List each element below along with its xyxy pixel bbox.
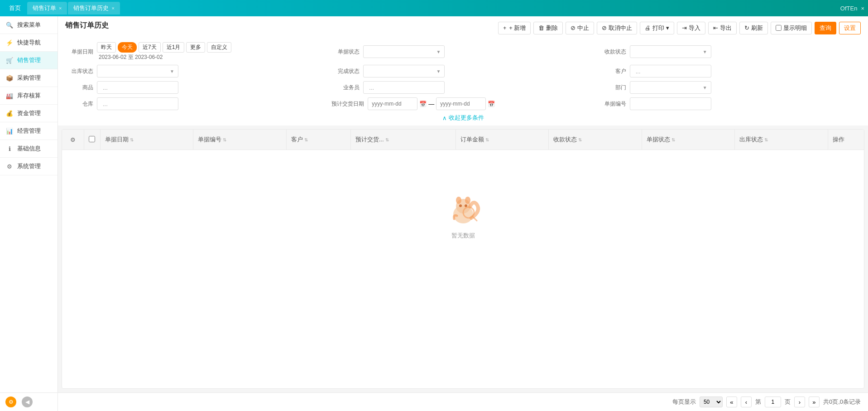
export-button[interactable]: ⇤ 导出 <box>708 22 737 34</box>
th-payment-status[interactable]: 收款状态 ⇅ <box>549 130 642 150</box>
tab-sales-order-history-close[interactable]: × <box>111 5 114 11</box>
th-bill-no[interactable]: 单据编号 ⇅ <box>193 130 286 150</box>
sidebar-item-search-label: 搜索菜单 <box>17 21 41 29</box>
th-delivery-status[interactable]: 出库状态 ⇅ <box>734 130 828 150</box>
expected-delivery-from[interactable] <box>368 97 417 110</box>
sidebar-gear-icon[interactable]: ⚙ <box>5 396 16 407</box>
empty-text: 暂无数据 <box>451 232 475 240</box>
last-page-button[interactable]: » <box>809 396 820 407</box>
date-btn-custom[interactable]: 自定义 <box>207 42 231 53</box>
query-label: 查询 <box>820 24 831 32</box>
sidebar-item-search-menu[interactable]: 🔍 搜索菜单 <box>0 16 58 34</box>
bill-status-select[interactable]: ▼ <box>363 45 445 58</box>
prev-page-button[interactable]: ‹ <box>741 396 752 407</box>
th-customer[interactable]: 客户 ⇅ <box>286 130 350 150</box>
sidebar-item-inventory[interactable]: 🏭 库存核算 <box>0 87 58 105</box>
product-input[interactable]: ... <box>97 81 178 94</box>
salesperson-ellipsis[interactable]: ... <box>367 84 376 91</box>
refresh-button[interactable]: ↻ 刷新 <box>739 22 768 34</box>
department-select[interactable]: ▼ <box>630 81 711 94</box>
sidebar-item-sales-mgmt-label: 销售管理 <box>17 56 41 64</box>
empty-state-cell: 暂无数据 <box>62 150 864 276</box>
first-page-button[interactable]: « <box>726 396 737 407</box>
sidebar-item-sales-mgmt[interactable]: 🛒 销售管理 <box>0 52 58 69</box>
empty-state: 暂无数据 <box>62 150 864 276</box>
th-order-amount[interactable]: 订单金额 ⇅ <box>456 130 548 150</box>
cancel-stop-button[interactable]: ⊘ 取消中止 <box>597 22 637 34</box>
tab-sales-order-close[interactable]: × <box>59 5 62 11</box>
column-settings-icon[interactable]: ⚙ <box>67 133 79 146</box>
th-order-amount-label: 订单金额 <box>460 135 484 144</box>
filter-row-4: 仓库 ... 预计交货日期 📅 — 📅 单据编号 <box>65 97 861 110</box>
completion-status-select[interactable]: ▼ <box>363 65 445 77</box>
calendar-from-icon[interactable]: 📅 <box>419 101 427 107</box>
date-btn-7days[interactable]: 近7天 <box>139 42 161 53</box>
customer-ellipsis[interactable]: ... <box>634 68 643 75</box>
select-all-checkbox[interactable] <box>89 136 95 142</box>
date-btn-1month[interactable]: 近1月 <box>163 42 185 53</box>
print-button[interactable]: 🖨 打印 ▾ <box>640 22 674 34</box>
date-btn-more[interactable]: 更多 <box>186 42 205 53</box>
filter-row-3: 商品 ... 业务员 ... 部门 ▼ <box>65 81 861 94</box>
bill-no-input[interactable] <box>630 97 711 110</box>
stop-button[interactable]: ⊘ 中止 <box>566 22 594 34</box>
sidebar-bottom: ⚙ ◀ <box>0 392 58 411</box>
query-button[interactable]: 查询 <box>815 22 836 34</box>
filter-salesperson: 业务员 ... <box>331 81 594 94</box>
th-bill-date[interactable]: 单据日期 ⇅ <box>101 130 193 150</box>
date-btn-today[interactable]: 今天 <box>118 42 137 53</box>
warehouse-input[interactable]: ... <box>97 97 178 110</box>
delete-button[interactable]: 🗑 删除 <box>533 22 563 34</box>
table-body: 暂无数据 <box>62 150 864 276</box>
filter-product: 商品 ... <box>65 81 328 94</box>
page-number-input[interactable] <box>765 396 781 407</box>
customer-sort-icon: ⇅ <box>304 137 308 142</box>
setting-button[interactable]: 设置 <box>839 22 861 34</box>
home-label: 首页 <box>9 4 21 12</box>
import-button[interactable]: ⇥ 导入 <box>677 22 705 34</box>
completion-status-chevron: ▼ <box>436 69 441 74</box>
delivery-status-select[interactable]: ▼ <box>97 65 178 77</box>
delivery-status-sort-icon: ⇅ <box>764 137 768 142</box>
sidebar-item-finance[interactable]: 💰 资金管理 <box>0 105 58 122</box>
empty-illustration <box>441 186 486 232</box>
stop-icon: ⊘ <box>571 24 575 31</box>
often-label[interactable]: OfTEn <box>840 5 858 12</box>
th-expected-delivery-label: 预计交货... <box>355 135 384 144</box>
next-page-icon: › <box>799 399 801 406</box>
sidebar-item-operations[interactable]: 📊 经营管理 <box>0 122 58 140</box>
payment-status-select[interactable]: ▼ <box>630 45 711 58</box>
window-close-icon[interactable]: × <box>861 5 864 12</box>
th-bill-status[interactable]: 单据状态 ⇅ <box>642 130 734 150</box>
show-detail-checkbox[interactable] <box>776 25 782 31</box>
page-size-select[interactable]: 50 10 20 100 <box>700 396 723 407</box>
add-button[interactable]: + + 新增 <box>498 22 531 34</box>
sidebar-item-basic-info[interactable]: ℹ 基础信息 <box>0 140 58 158</box>
calendar-to-icon[interactable]: 📅 <box>488 101 495 107</box>
sidebar-item-purchase-mgmt[interactable]: 📦 采购管理 <box>0 69 58 87</box>
sidebar-item-quick-nav[interactable]: ⚡ 快捷导航 <box>0 34 58 52</box>
salesperson-label: 业务员 <box>331 84 363 92</box>
tab-sales-order-history[interactable]: 销售订单历史 × <box>68 2 120 15</box>
department-label: 部门 <box>598 84 630 92</box>
collapse-bar[interactable]: ∧ 收起更多条件 <box>65 112 861 124</box>
expected-delivery-to[interactable] <box>436 97 486 110</box>
date-btn-yesterday[interactable]: 昨天 <box>97 42 116 53</box>
next-page-button[interactable]: › <box>794 396 805 407</box>
payment-status-label: 收款状态 <box>598 48 630 56</box>
tab-home[interactable]: 首页 <box>4 2 26 15</box>
sidebar-item-system[interactable]: ⚙ 系统管理 <box>0 158 58 175</box>
customer-input[interactable]: ... <box>630 65 711 77</box>
show-detail-checkbox-label[interactable]: 显示明细 <box>771 22 812 34</box>
sidebar: 🔍 搜索菜单 ⚡ 快捷导航 🛒 销售管理 📦 采购管理 🏭 库存核算 💰 资金管… <box>0 16 58 411</box>
sidebar-expand-icon[interactable]: ◀ <box>22 396 33 407</box>
payment-status-sort-icon: ⇅ <box>578 137 582 142</box>
warehouse-ellipsis[interactable]: ... <box>101 101 110 107</box>
tab-sales-order[interactable]: 销售订单 × <box>27 2 67 15</box>
product-ellipsis[interactable]: ... <box>101 84 110 91</box>
salesperson-input[interactable]: ... <box>363 81 445 94</box>
th-expected-delivery[interactable]: 预计交货... ⇅ <box>350 130 456 150</box>
bill-status-label: 单据状态 <box>331 48 363 56</box>
bill-date-sort-icon: ⇅ <box>130 137 134 142</box>
box-icon: 📦 <box>5 74 14 82</box>
